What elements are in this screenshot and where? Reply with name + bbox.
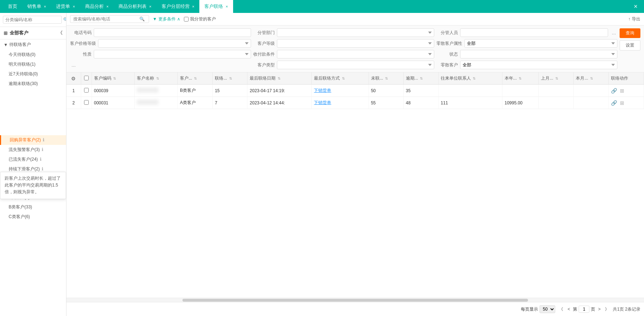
- nav-product-analysis-close[interactable]: ×: [106, 0, 108, 13]
- nav-product-list-close[interactable]: ×: [149, 0, 151, 13]
- nav-product-analysis[interactable]: 商品分析 ×: [80, 0, 113, 13]
- last-method-link-1[interactable]: 下销货单: [314, 88, 331, 93]
- sort-unit-icon[interactable]: ⇅: [473, 76, 476, 80]
- th-name: 客户名称 ⇅: [135, 72, 178, 85]
- th-unit-contact: 往来单位联系人 ⇅: [439, 72, 502, 85]
- phone-input[interactable]: [94, 28, 251, 37]
- sidebar-item-today[interactable]: 今天待联络(0): [0, 50, 66, 60]
- customer-type-select[interactable]: [277, 61, 434, 69]
- sort-name-icon[interactable]: ⇅: [156, 76, 159, 80]
- retail-customer-select[interactable]: 全部: [460, 61, 617, 69]
- customer-search-input[interactable]: [73, 16, 138, 22]
- sort-thismonth-icon[interactable]: ⇅: [590, 76, 593, 80]
- payment-select[interactable]: [277, 50, 434, 58]
- td-uncontacted-2: 55: [369, 97, 403, 109]
- filter-field-phone: 电话号码: [70, 28, 251, 37]
- sidebar-item-class-c[interactable]: C类客户(6): [0, 212, 66, 222]
- row2-checkbox[interactable]: [84, 100, 89, 105]
- nav-home[interactable]: 首页: [3, 0, 22, 13]
- nav-sales-close[interactable]: ×: [44, 0, 46, 13]
- sort-contact-icon[interactable]: ⇅: [229, 76, 232, 80]
- filter-field-retail-customer: 零散客户 全部: [436, 61, 617, 69]
- action-link-icon-2[interactable]: 🔗: [611, 100, 617, 106]
- nav-purchase[interactable]: 进货单 ×: [51, 0, 80, 13]
- person-input[interactable]: [460, 28, 608, 37]
- td-overdue-1: 35: [403, 85, 438, 97]
- dept-select[interactable]: [277, 28, 434, 37]
- repurchase-info-icon: ℹ: [43, 137, 45, 142]
- per-page-label: 每页显示: [521, 306, 538, 312]
- nav-purchase-close[interactable]: ×: [73, 0, 75, 13]
- status-select[interactable]: [460, 50, 617, 58]
- filter-settings-button[interactable]: 设置: [620, 40, 640, 51]
- last-method-link-2[interactable]: 下销货单: [314, 100, 331, 105]
- page-end-label: 页: [591, 306, 595, 312]
- nature-label: 性质: [70, 51, 92, 57]
- per-page-select[interactable]: 50: [539, 305, 555, 313]
- customer-level-select[interactable]: [277, 39, 434, 48]
- nav-customer-tier[interactable]: 客户分层经营 ×: [157, 0, 199, 13]
- export-button[interactable]: ↑ 导出: [628, 16, 640, 22]
- select-all-checkbox[interactable]: [84, 76, 89, 80]
- nav-product-list[interactable]: 商品分析列表 ×: [113, 0, 156, 13]
- query-button[interactable]: 查询: [620, 28, 640, 38]
- nav-customer-contact-close[interactable]: ×: [226, 0, 228, 13]
- nav-customer-tier-close[interactable]: ×: [192, 0, 194, 13]
- sidebar-item-overdue[interactable]: 逾期未联络(30): [0, 79, 66, 89]
- export-label: 导出: [632, 16, 640, 22]
- sort-lastmonth-icon[interactable]: ⇅: [555, 76, 558, 80]
- action-grid-icon-2[interactable]: ⊞: [620, 100, 624, 106]
- price-level-select[interactable]: [98, 39, 251, 48]
- retail-attr-select[interactable]: 全部: [464, 39, 617, 48]
- sidebar-item-tomorrow[interactable]: 明天待联络(1): [0, 60, 66, 69]
- row1-checkbox[interactable]: [84, 88, 89, 93]
- row4-ellipsis-button[interactable]: ...: [70, 62, 77, 68]
- nav-customer-contact[interactable]: 客户联络 ×: [199, 0, 233, 13]
- sidebar-collapse-button[interactable]: 《: [58, 30, 62, 36]
- action-grid-icon-1[interactable]: ⊞: [620, 88, 624, 94]
- keep-down-info-icon: ℹ: [42, 166, 43, 171]
- nature-select[interactable]: [94, 50, 251, 58]
- my-customers-checkbox-area[interactable]: 我分管的客户: [184, 16, 216, 22]
- customer-search-icon[interactable]: 🔍: [139, 16, 145, 22]
- customer-name-blurred-2: [137, 100, 158, 105]
- sidebar-item-lost-preview[interactable]: 流失预警客户(3) ℹ: [0, 145, 66, 155]
- export-icon: ↑: [628, 16, 630, 22]
- horizontal-scrollbar[interactable]: [66, 298, 644, 302]
- sort-year-icon[interactable]: ⇅: [519, 76, 522, 80]
- my-customers-checkbox[interactable]: [184, 17, 189, 22]
- sort-method-icon[interactable]: ⇅: [342, 76, 345, 80]
- filter-bar: 🔍 ▼ 更多条件 ∧ 我分管的客户 ↑ 导出: [66, 13, 644, 25]
- prev-page-button[interactable]: <: [566, 306, 571, 312]
- th-customer-type: 客户... ⇅: [177, 72, 212, 85]
- category-search-input[interactable]: [3, 16, 62, 24]
- td-this-year-2: 10995.00: [502, 97, 539, 109]
- td-contact-count-2: 7: [213, 97, 247, 109]
- scrollbar-thumb[interactable]: [182, 299, 528, 302]
- category-search-icon[interactable]: 🔍: [63, 17, 66, 22]
- close-all-button[interactable]: ×: [630, 3, 641, 10]
- action-link-icon-1[interactable]: 🔗: [611, 88, 617, 94]
- customer-level-label: 客户等级: [253, 41, 275, 47]
- sidebar-group-pending[interactable]: ▼ 待联络客户: [0, 39, 66, 50]
- sidebar-item-class-b[interactable]: B类客户(33): [0, 202, 66, 212]
- sort-date-icon[interactable]: ⇅: [278, 76, 281, 80]
- sort-overdue-icon[interactable]: ⇅: [420, 76, 423, 80]
- next-page-button[interactable]: >: [597, 306, 602, 312]
- sidebar-item-7days[interactable]: 近7天待联络(0): [0, 69, 66, 79]
- sort-uncontacted-icon[interactable]: ⇅: [385, 76, 388, 80]
- nav-sales[interactable]: 销售单 ×: [22, 0, 51, 13]
- th-uncontacted: 未联... ⇅: [369, 72, 403, 85]
- person-ellipsis-button[interactable]: ...: [610, 30, 617, 36]
- status-label: 状态: [436, 51, 458, 57]
- sidebar-item-already-lost[interactable]: 已流失客户(24) ℹ: [0, 155, 66, 164]
- sort-type-icon[interactable]: ⇅: [194, 76, 197, 80]
- first-page-button[interactable]: 《: [557, 306, 565, 313]
- more-filter-button[interactable]: ▼ 更多条件 ∧: [153, 16, 180, 22]
- sidebar-item-repurchase-abnormal[interactable]: 回购异常客户(2) ℹ: [0, 135, 66, 145]
- table-settings-icon[interactable]: ⚙: [71, 76, 76, 81]
- td-code-2: 000031: [92, 97, 135, 109]
- sort-code-icon[interactable]: ⇅: [113, 76, 116, 80]
- page-number-input[interactable]: [579, 306, 589, 313]
- last-page-button[interactable]: 》: [603, 306, 611, 313]
